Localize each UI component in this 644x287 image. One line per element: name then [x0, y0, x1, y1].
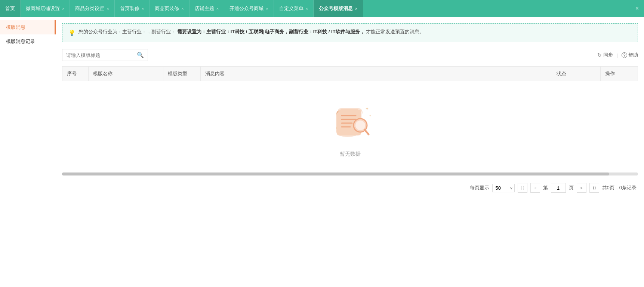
notice-box: 💡 您的公众号行业为：主营行业：，副营行业： 需要设置为：主营行业：IT科技 /… — [62, 23, 638, 42]
tab-product-decoration-close[interactable]: × — [181, 6, 184, 11]
page-unit: 页 — [569, 184, 574, 191]
sync-button[interactable]: ↻ 同步 — [597, 52, 613, 58]
tab-open-mall[interactable]: 开通公众号商城 × — [224, 0, 274, 17]
col-index: 序号 — [62, 67, 89, 81]
search-icon: 🔍 — [137, 52, 144, 58]
per-page-select[interactable]: 10 20 50 100 — [492, 184, 515, 192]
data-table: 序号 模版名称 模版类型 消息内容 状态 操作 — [62, 66, 638, 169]
tab-custom-menu-label: 自定义菜单 — [279, 5, 303, 12]
tab-store-theme[interactable]: 店铺主题 × — [189, 0, 224, 17]
tab-custom-menu[interactable]: 自定义菜单 × — [274, 0, 314, 17]
next-page-button[interactable]: ＞ — [577, 183, 586, 193]
tab-product-category-close[interactable]: × — [107, 6, 109, 11]
svg-text:✦: ✦ — [365, 106, 369, 112]
search-button[interactable]: 🔍 — [137, 52, 144, 58]
tab-store-theme-label: 店铺主题 — [195, 5, 214, 12]
top-nav: 首页 微商城店铺设置 × 商品分类设置 × 首页装修 × 商品页装修 × 店铺主… — [0, 0, 644, 17]
toolbar-right: ↻ 同步 | ? 帮助 — [597, 52, 638, 58]
empty-state-icon: ✦ ✦ ✦ — [326, 96, 375, 145]
help-button[interactable]: ? 帮助 — [622, 52, 638, 58]
tab-micro-store[interactable]: 微商城店铺设置 × — [21, 0, 70, 17]
tab-open-mall-close[interactable]: × — [266, 6, 268, 11]
col-template-name: 模版名称 — [89, 67, 163, 81]
table-header-row: 序号 模版名称 模版类型 消息内容 状态 操作 — [62, 67, 638, 81]
tab-home-label: 首页 — [5, 5, 15, 12]
per-page-select-wrapper[interactable]: 10 20 50 100 — [492, 184, 515, 192]
empty-state: ✦ ✦ ✦ 暂无数据 — [62, 81, 638, 169]
sidebar-item-template-msg-record[interactable]: 模版消息记录 — [0, 34, 56, 49]
scrollbar-thumb[interactable] — [62, 172, 609, 175]
sidebar-item-template-msg[interactable]: 模版消息 — [0, 20, 56, 34]
notice-suffix: 才能正常发送预置的消息。 — [366, 29, 424, 34]
horizontal-scrollbar[interactable] — [62, 172, 638, 175]
notice-icon: 💡 — [68, 28, 76, 37]
tab-micro-store-close[interactable]: × — [62, 6, 64, 11]
col-msg-content: 消息内容 — [201, 67, 552, 81]
col-status: 状态 — [552, 67, 601, 81]
sync-label: 同步 — [603, 52, 613, 58]
search-bar: 🔍 ↻ 同步 | ? 帮助 — [62, 49, 638, 61]
pagination: 每页显示 10 20 50 100 ⟨⟨ ＜ 第 页 ＞ ⟩⟩ 共0页，0条记录 — [62, 179, 638, 196]
sidebar: 模版消息 模版消息记录 — [0, 17, 56, 287]
tab-store-theme-close[interactable]: × — [216, 6, 219, 11]
tab-home-decoration[interactable]: 首页装修 × — [115, 0, 150, 17]
tab-home-decoration-label: 首页装修 — [120, 5, 139, 12]
content-area: 💡 您的公众号行业为：主营行业：，副营行业： 需要设置为：主营行业：IT科技 /… — [56, 17, 644, 287]
tab-home-decoration-close[interactable]: × — [142, 6, 144, 11]
svg-point-6 — [355, 120, 365, 130]
svg-line-7 — [365, 130, 369, 134]
tab-home[interactable]: 首页 — [0, 0, 21, 17]
svg-text:✦: ✦ — [369, 114, 372, 117]
prev-page-button[interactable]: ＜ — [530, 183, 540, 193]
tab-template-msg-label: 公众号模版消息 — [319, 5, 353, 12]
search-input[interactable] — [62, 49, 148, 61]
notice-prefix: 您的公众号行业为：主营行业：，副营行业： — [78, 29, 176, 34]
tab-product-decoration-label: 商品页装修 — [155, 5, 179, 12]
tab-micro-store-label: 微商城店铺设置 — [26, 5, 60, 12]
close-all-button[interactable]: × — [630, 5, 644, 12]
sync-icon: ↻ — [597, 52, 602, 58]
tab-product-decoration[interactable]: 商品页装修 × — [150, 0, 189, 17]
help-icon: ? — [622, 52, 627, 58]
empty-text: 暂无数据 — [340, 151, 361, 158]
notice-text: 您的公众号行业为：主营行业：，副营行业： 需要设置为：主营行业：IT科技 / 互… — [78, 28, 424, 36]
main-layout: 模版消息 模版消息记录 💡 您的公众号行业为：主营行业：，副营行业： 需要设置为… — [0, 17, 644, 287]
page-number-input[interactable] — [551, 183, 566, 193]
total-label: 共0页，0条记录 — [602, 184, 637, 191]
col-template-type: 模版类型 — [163, 67, 201, 81]
toolbar-divider: | — [617, 52, 618, 58]
tab-template-msg[interactable]: 公众号模版消息 × — [314, 0, 363, 17]
table-empty-row: ✦ ✦ ✦ 暂无数据 — [62, 81, 638, 169]
col-action: 操作 — [601, 67, 638, 81]
last-page-button[interactable]: ⟩⟩ — [589, 183, 599, 193]
tab-custom-menu-close[interactable]: × — [306, 6, 308, 11]
tab-open-mall-label: 开通公众号商城 — [229, 5, 264, 12]
page-label: 第 — [543, 184, 548, 191]
first-page-button[interactable]: ⟨⟨ — [518, 183, 527, 193]
help-label: 帮助 — [628, 52, 638, 58]
per-page-label: 每页显示 — [470, 184, 489, 191]
tab-product-category-label: 商品分类设置 — [75, 5, 104, 12]
svg-text:✦: ✦ — [335, 126, 338, 130]
tab-product-category[interactable]: 商品分类设置 × — [70, 0, 114, 17]
tab-template-msg-close[interactable]: × — [355, 6, 357, 11]
notice-highlight: 需要设置为：主营行业：IT科技 / 互联网|电子商务，副营行业：IT科技 / I… — [177, 29, 365, 34]
